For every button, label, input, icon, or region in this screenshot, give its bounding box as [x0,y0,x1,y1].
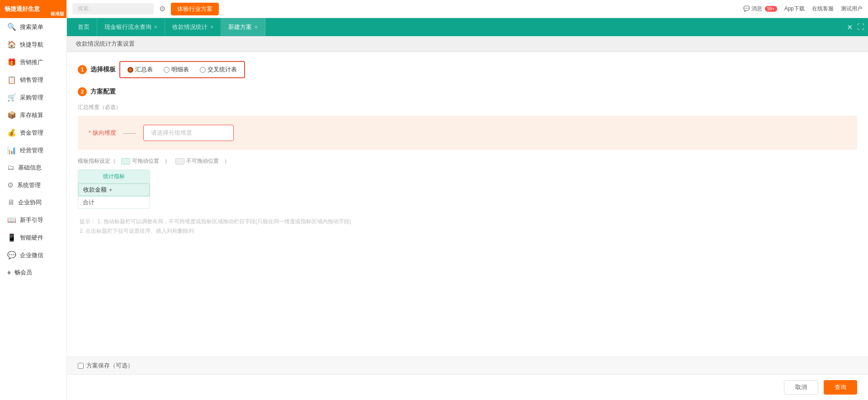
gift-icon: 🎁 [7,58,16,66]
message-label: 消息 [751,5,762,12]
radio-cross-input[interactable] [200,67,206,73]
sidebar-item-sales[interactable]: 📋 销售管理 [0,71,66,89]
save-checkbox-label[interactable]: 方案保存（可选） [78,362,133,370]
message-area[interactable]: 💬 消息 99+ [743,5,777,13]
sidebar-item-basic-info[interactable]: 🗂 基础信息 [0,159,66,176]
save-checkbox[interactable] [78,363,84,369]
template-selector: 汇总表 明细表 交叉统计表 [119,61,245,78]
section2-header: 2 方案配置 [78,87,857,96]
home-icon: 🏠 [7,40,16,49]
vip-icon: ♦ [7,268,11,277]
tab-bank-flow-close[interactable]: × [154,24,157,30]
app-download-link[interactable]: App下载 [784,5,805,13]
radio-detail[interactable]: 明细表 [164,66,189,74]
sidebar-item-label: 库存核算 [20,111,43,119]
footer-buttons: 取消 查询 [67,374,868,400]
form-area: 1 选择模板 汇总表 明细表 交叉统计表 [67,52,868,357]
app-logo: 畅捷通好生意 标准版 [0,0,66,18]
sidebar-item-inventory[interactable]: 📦 库存核算 [0,106,66,124]
tab-new-plan[interactable]: 新建方案 × [221,18,265,36]
sidebar-item-label: 资金管理 [20,129,43,137]
logo-text: 畅捷通好生意 [5,5,40,13]
sidebar-item-wechat[interactable]: 💬 企业微信 [0,246,66,264]
cancel-button[interactable]: 取消 [784,380,818,395]
tab-bank-flow[interactable]: 现金银行流水查询 × [97,18,165,36]
radio-cross[interactable]: 交叉统计表 [200,66,237,74]
vertical-dim-select[interactable]: 请选择分组维度 [143,125,234,141]
sidebar-item-search-menu[interactable]: 🔍 搜索菜单 [0,18,66,36]
tab-home[interactable]: 首页 [71,18,97,36]
page-title: 收款情况统计方案设置 [67,36,868,52]
sidebar-item-quick-nav[interactable]: 🏠 快捷导航 [0,36,66,53]
indicator-table: 统计指标 收款金额 ▾ 合计 [78,169,150,209]
indicator-legend: 模板指标设定（ 可拖动位置 ） 不可拖动位置 ） [78,157,857,165]
tab-collection-stat-close[interactable]: × [210,24,213,30]
section2: 2 方案配置 汇总维度（必选） * 纵向维度 —— 请选择分组维度 [78,87,857,235]
page-content: 收款情况统计方案设置 1 选择模板 汇总表 明细表 [67,36,868,400]
radio-detail-input[interactable] [164,67,170,73]
tip-2: 2. 点击标题栏下拉可设置排序、插入列和删除列 [80,227,857,235]
message-badge: 99+ [765,6,777,12]
indicator-section: 模板指标设定（ 可拖动位置 ） 不可拖动位置 ） [78,157,857,209]
vertical-dim-label: * 纵向维度 [89,129,116,137]
indicator-sub-title: 统计指标 [103,173,125,179]
tab-collection-stat-label: 收款情况统计 [172,23,208,31]
sidebar-item-vip[interactable]: ♦ 畅会员 [0,264,66,281]
section1-title: 选择模板 [90,66,116,74]
fixed-box-icon [175,158,184,165]
indicator-tag-amount[interactable]: 收款金额 ▾ [78,184,150,196]
tab-expand-icon[interactable]: ⛶ [857,23,864,31]
radio-summary-label: 汇总表 [135,66,153,74]
radio-cross-label: 交叉统计表 [208,66,237,74]
legend-fixed: 不可拖动位置 [175,157,219,165]
dimension-row: * 纵向维度 —— 请选择分组维度 [89,125,846,141]
search-icon: 🔍 [7,23,16,31]
query-button[interactable]: 查询 [824,380,857,395]
logo-badge: 标准版 [51,11,64,17]
trial-button[interactable]: 体验行业方案 [171,3,219,15]
sidebar-item-guide[interactable]: 📖 新手引导 [0,211,66,229]
tab-new-plan-label: 新建方案 [228,23,252,31]
settings-icon[interactable]: ⚙ [159,5,165,13]
guide-icon: 📖 [7,216,16,224]
sidebar-item-finance[interactable]: 💰 资金管理 [0,124,66,141]
sidebar-item-enterprise[interactable]: 🖥 企业协同 [0,194,66,211]
sidebar-item-label: 企业协同 [18,198,42,207]
radio-detail-label: 明细表 [171,66,189,74]
sidebar-item-label: 企业微信 [20,251,43,259]
sidebar-item-marketing[interactable]: 🎁 营销推广 [0,53,66,71]
radio-summary[interactable]: 汇总表 [127,66,153,74]
legend-fixed-label: 不可拖动位置 [186,157,219,165]
vertical-dim-placeholder: 请选择分组维度 [151,129,192,136]
sidebar-item-label: 销售管理 [20,76,43,84]
legend-movable: 可拖动位置 [121,157,159,165]
indicator-subtotal-label: 合计 [83,199,94,206]
bottom-bar: 方案保存（可选） [67,357,868,374]
header-search-display: 搜索... [72,3,154,14]
tab-new-plan-close[interactable]: × [255,24,258,30]
header-left: 搜索... ⚙ 体验行业方案 [72,3,219,15]
section2-num: 2 [78,87,87,96]
indicator-tag-amount-label: 收款金额 [83,186,107,194]
legend-movable-label: 可拖动位置 [132,157,159,165]
sidebar-item-label: 经营管理 [20,146,43,155]
tab-bank-flow-label: 现金银行流水查询 [104,23,151,31]
sidebar-item-operations[interactable]: 📊 经营管理 [0,141,66,159]
sidebar-item-label: 基础信息 [18,164,42,172]
tab-collection-stat[interactable]: 收款情况统计 × [165,18,221,36]
sidebar-item-purchase[interactable]: 🛒 采购管理 [0,89,66,106]
sidebar-item-system[interactable]: ⚙ 系统管理 [0,176,66,194]
sidebar-item-hardware[interactable]: 📱 智能硬件 [0,229,66,246]
finance-icon: 💰 [7,128,16,137]
indicator-tags-row: 收款金额 ▾ [78,184,150,196]
summary-dim-title: 汇总维度（必选） [78,104,857,111]
radio-summary-input[interactable] [127,67,133,73]
user-name[interactable]: 测试用户 [841,5,863,13]
inventory-icon: 📦 [7,111,16,119]
summary-dim-title-text: 汇总维度（必选） [78,104,121,110]
sales-icon: 📋 [7,75,16,84]
sidebar-item-label: 搜索菜单 [20,23,43,31]
online-service-link[interactable]: 在线客服 [812,5,834,13]
tab-close-all-icon[interactable]: ✕ [847,23,853,32]
indicator-header: 统计指标 [78,170,150,184]
